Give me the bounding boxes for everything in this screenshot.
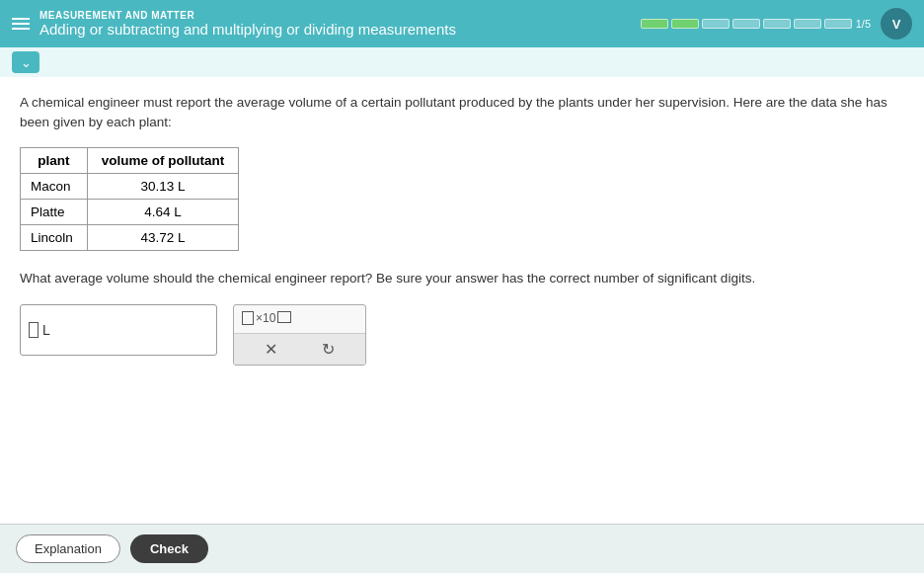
collapse-row: ⌄ [0, 47, 924, 77]
header: MEASUREMENT AND MATTER Adding or subtrac… [0, 0, 924, 47]
data-table: plant volume of pollutant Macon 30.13 L … [20, 147, 239, 251]
table-cell-plant-3: Lincoln [21, 224, 88, 250]
header-title-area: MEASUREMENT AND MATTER Adding or subtrac… [39, 10, 456, 38]
table-cell-volume-1: 30.13 L [87, 173, 239, 199]
collapse-button[interactable]: ⌄ [12, 51, 39, 73]
table-header-plant: plant [21, 147, 88, 173]
header-right: 1/5 V [641, 8, 912, 40]
progress-segments [641, 19, 852, 29]
table-header-volume: volume of pollutant [87, 147, 239, 173]
header-subtitle: MEASUREMENT AND MATTER [39, 10, 456, 21]
table-header-row: plant volume of pollutant [21, 147, 239, 173]
progress-segment-3 [702, 19, 730, 29]
scientific-notation-box: ×10 ✕ ↻ [233, 304, 366, 366]
explanation-button[interactable]: Explanation [16, 534, 120, 563]
header-left: MEASUREMENT AND MATTER Adding or subtrac… [12, 10, 456, 38]
table-row: Lincoln 43.72 L [21, 224, 239, 250]
reset-icon: ↻ [322, 341, 335, 358]
unit-label: L [42, 322, 50, 338]
table-row: Macon 30.13 L [21, 173, 239, 199]
progress-segment-4 [732, 19, 760, 29]
progress-segment-7 [824, 19, 852, 29]
sci-buttons: ✕ ↻ [234, 333, 365, 365]
sci-exponent-box[interactable] [277, 311, 291, 323]
footer: Explanation Check [0, 524, 924, 573]
answer-input-box[interactable]: L [20, 304, 217, 356]
progress-bar: 1/5 [641, 18, 871, 30]
progress-segment-6 [794, 19, 821, 29]
sci-notation-input: ×10 [242, 311, 357, 325]
text-cursor [29, 322, 38, 338]
progress-segment-1 [641, 19, 668, 29]
close-icon: ✕ [265, 341, 277, 358]
table-cell-plant-2: Platte [21, 199, 88, 224]
sci-mantissa-box[interactable] [242, 311, 254, 325]
main-content: A chemical engineer must report the aver… [0, 77, 924, 524]
table-cell-volume-2: 4.64 L [87, 199, 239, 224]
chevron-down-icon: ⌄ [21, 55, 32, 70]
avatar[interactable]: V [881, 8, 912, 40]
progress-label: 1/5 [856, 18, 871, 30]
clear-button[interactable]: ✕ [257, 338, 285, 361]
table-cell-volume-3: 43.72 L [87, 224, 239, 250]
hamburger-icon[interactable] [12, 18, 30, 30]
header-title: Adding or subtracting and multiplying or… [39, 21, 456, 38]
reset-button[interactable]: ↻ [314, 338, 343, 361]
check-button[interactable]: Check [130, 534, 208, 563]
progress-segment-5 [763, 19, 791, 29]
x10-label: ×10 [256, 311, 275, 325]
table-cell-plant-1: Macon [21, 173, 88, 199]
question-text: What average volume should the chemical … [20, 269, 904, 288]
problem-text: A chemical engineer must report the aver… [20, 93, 904, 133]
table-row: Platte 4.64 L [21, 199, 239, 224]
answer-area: L ×10 ✕ ↻ [20, 304, 904, 366]
progress-segment-2 [671, 19, 699, 29]
